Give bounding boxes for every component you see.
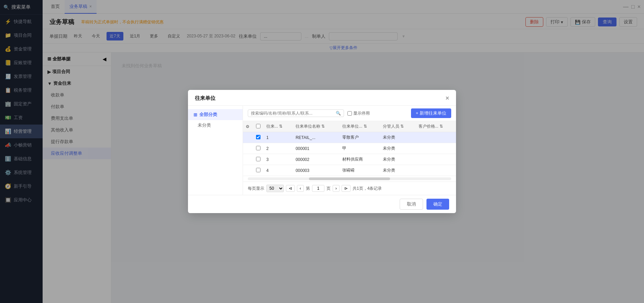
counterpart-table: ⚙ 往来... ⇅ 往来单位名称 ⇅ 往来单位... ⇅ <box>243 121 456 176</box>
col-name-header: 往来单位名称 ⇅ <box>293 121 340 132</box>
dialog-categories: ⊞ 全部分类 未分类 <box>188 106 243 195</box>
row-name-3: 张嗬嗬 <box>340 165 380 176</box>
row-category-1: 未分类 <box>380 143 416 154</box>
dialog-category-uncategorized[interactable]: 未分类 <box>188 120 243 130</box>
row-name-0: 零散客户 <box>340 132 380 143</box>
check-all-checkbox[interactable] <box>256 124 260 128</box>
row-check-0[interactable] <box>253 132 264 143</box>
page-suffix-label: 页 <box>326 186 331 191</box>
row-checkbox-3[interactable] <box>256 168 260 172</box>
col-manager-header: 分管人员 ⇅ <box>380 121 416 132</box>
table-row[interactable]: 2 000001 甲 未分类 <box>243 143 456 154</box>
page-first-btn[interactable]: ⊲ <box>286 185 295 192</box>
row-manager-3 <box>416 165 456 176</box>
col-code-header: 往来... ⇅ <box>264 121 293 132</box>
row-check-2[interactable] <box>253 154 264 165</box>
table-row[interactable]: 3 000002 材料供应商 未分类 <box>243 154 456 165</box>
row-category-3: 未分类 <box>380 165 416 176</box>
col-price-header: 客户价格... ⇅ <box>416 121 456 132</box>
show-disabled-checkbox[interactable] <box>347 111 352 116</box>
dialog-body: ⊞ 全部分类 未分类 🔍 显示停用 <box>188 106 456 195</box>
row-num-0: 1 <box>264 132 293 143</box>
row-code-0: RETAIL_... <box>293 132 340 143</box>
row-num-3: 4 <box>264 165 293 176</box>
row-settings-1 <box>243 143 253 154</box>
dialog-pagination: 每页显示 50 20 100 ⊲ ‹ 第 页 › ⊳ 共1页，4条记录 <box>243 182 456 195</box>
counterpart-dialog: 往来单位 × ⊞ 全部分类 未分类 🔍 <box>188 90 456 213</box>
row-check-3[interactable] <box>253 165 264 176</box>
total-label: 共1页，4条记录 <box>353 186 382 191</box>
dialog-title: 往来单位 <box>195 95 215 102</box>
confirm-button[interactable]: 确定 <box>426 199 449 210</box>
dialog-toolbar: 🔍 显示停用 + 新增往来单位 <box>243 106 456 121</box>
per-page-label: 每页显示 <box>248 186 264 191</box>
table-row[interactable]: 4 000003 张嗬嗬 未分类 <box>243 165 456 176</box>
row-check-1[interactable] <box>253 143 264 154</box>
dialog-category-all[interactable]: ⊞ 全部分类 <box>188 109 243 120</box>
page-last-btn[interactable]: ⊳ <box>342 185 351 192</box>
dialog-close-icon[interactable]: × <box>445 95 449 102</box>
scroll-thumb[interactable] <box>309 177 390 180</box>
dialog-footer: 取消 确定 <box>188 195 456 213</box>
dialog-search-box[interactable]: 🔍 <box>248 109 344 117</box>
page-number-input[interactable] <box>312 185 324 192</box>
row-code-2: 000002 <box>293 154 340 165</box>
row-code-3: 000003 <box>293 165 340 176</box>
table-row[interactable]: 1 RETAIL_... 零散客户 未分类 <box>243 132 456 143</box>
row-category-2: 未分类 <box>380 154 416 165</box>
dialog-header: 往来单位 × <box>188 90 456 106</box>
page-number-label: 第 <box>306 186 310 191</box>
row-checkbox-2[interactable] <box>256 157 260 161</box>
row-settings-0 <box>243 132 253 143</box>
page-next-btn[interactable]: › <box>333 185 340 192</box>
dialog-right-panel: 🔍 显示停用 + 新增往来单位 ⚙ <box>243 106 456 195</box>
search-icon: 🔍 <box>336 111 341 116</box>
row-num-1: 2 <box>264 143 293 154</box>
dialog-search-input[interactable] <box>251 111 334 116</box>
dialog-table-container: ⚙ 往来... ⇅ 往来单位名称 ⇅ 往来单位... ⇅ <box>243 121 456 176</box>
show-disabled-label[interactable]: 显示停用 <box>347 110 370 116</box>
cancel-button[interactable]: 取消 <box>400 199 423 210</box>
col-category-header: 往来单位... ⇅ <box>340 121 380 132</box>
per-page-select[interactable]: 50 20 100 <box>266 185 284 192</box>
row-name-2: 材料供应商 <box>340 154 380 165</box>
row-manager-1 <box>416 143 456 154</box>
row-num-2: 3 <box>264 154 293 165</box>
col-check-all[interactable] <box>253 121 264 132</box>
row-settings-2 <box>243 154 253 165</box>
horizontal-scrollbar[interactable] <box>248 177 451 180</box>
row-manager-2 <box>416 154 456 165</box>
page-prev-btn[interactable]: ‹ <box>297 185 304 192</box>
modal-overlay[interactable]: 往来单位 × ⊞ 全部分类 未分类 🔍 <box>0 0 644 303</box>
row-checkbox-0[interactable] <box>256 135 260 139</box>
row-code-1: 000001 <box>293 143 340 154</box>
row-category-0: 未分类 <box>380 132 416 143</box>
row-checkbox-1[interactable] <box>256 146 260 150</box>
row-name-1: 甲 <box>340 143 380 154</box>
add-counterpart-button[interactable]: + 新增往来单位 <box>411 108 451 118</box>
row-settings-3 <box>243 165 253 176</box>
row-manager-0 <box>416 132 456 143</box>
grid-icon: ⊞ <box>193 112 197 117</box>
col-settings: ⚙ <box>243 121 253 132</box>
